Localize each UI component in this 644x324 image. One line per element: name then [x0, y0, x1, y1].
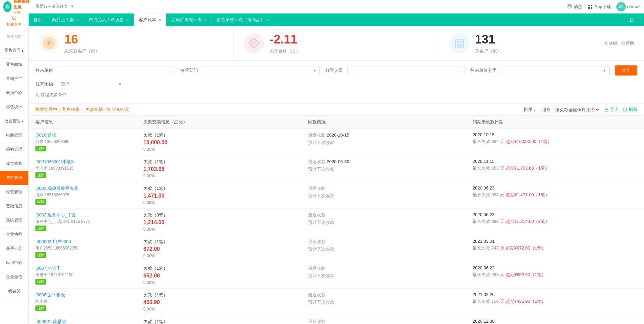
- customer-phone-0006: 陈小希: [35, 299, 143, 304]
- chevron-down-icon: ▲: [21, 49, 24, 52]
- tab-bar-actions: ⊡ ⛶: [627, 13, 644, 26]
- svg-point-7: [12, 17, 15, 20]
- query-button[interactable]: 查询: [615, 65, 637, 76]
- sidebar-item-finance[interactable]: 资金管理: [0, 171, 28, 185]
- overdue-info-0007: 2020.06.23 最长欠款 998 天 超期¥652.00（1笔）: [473, 265, 637, 278]
- tab-close-purchase-stats[interactable]: ✕: [204, 18, 207, 22]
- sidebar-item-vip[interactable]: 畅会员: [0, 284, 28, 298]
- user-avatar-area[interactable]: d2 demo2: [616, 2, 641, 11]
- tab-purchase-stats[interactable]: 采购订单统计表 ✕: [166, 13, 212, 26]
- results-info: 搜索结果中，客户16家， 欠款金额 -21,148.07元: [35, 107, 130, 113]
- svg-rect-4: [591, 5, 592, 6]
- app-download-btn[interactable]: App下载: [588, 4, 611, 10]
- customer-phone-0007: 小进千 18279152100: [35, 272, 143, 278]
- company-selector[interactable]: 母婴行业演示账套 ▼: [32, 4, 567, 9]
- tab-close-stock-stats[interactable]: ✕: [267, 18, 270, 22]
- stat-label-total-debt: 欠款合计（万）: [270, 48, 300, 54]
- col-header-customer: 客户信息: [35, 119, 143, 125]
- sidebar-item-purchase[interactable]: 采购管理: [0, 143, 28, 157]
- tab-stock-stats[interactable]: 进货单统计表（按商品） ✕: [212, 13, 275, 26]
- stat-info-debt-customers: 16 总欠款客户（家）: [64, 32, 100, 54]
- sort-select[interactable]: 排序：按欠款金额倒序排序: [541, 107, 600, 113]
- logo-icon: C: [4, 4, 10, 10]
- sidebar-item-basic-info[interactable]: 基础信息: [0, 199, 28, 213]
- tab-customer-account[interactable]: 客户账本 ✕: [134, 13, 166, 26]
- sidebar-item-sys-mgmt[interactable]: 系统管理: [0, 213, 28, 228]
- message-icon: [567, 4, 572, 9]
- recovery-info-0007: 最近收款 预计下次收款: [308, 265, 473, 279]
- sidebar-item-retail-mgmt[interactable]: 零售管理 ▲: [0, 43, 28, 58]
- tab-fullscreen-btn[interactable]: ⛶: [637, 17, 641, 23]
- help-link[interactable]: ? 帮助: [621, 40, 634, 46]
- recovery-info-000002: 最近收款 预计下次收款: [308, 239, 473, 252]
- customer-name-000001[interactable]: [000001]黄思源: [35, 319, 143, 324]
- tab-close-product-history[interactable]: ✕: [126, 18, 129, 22]
- stats-bar: ¥ 16 总欠款客户（家） -2.11 欠款合计（万）: [29, 26, 644, 60]
- recovery-info-0002: 最近收款 预计下次收款: [308, 212, 473, 226]
- customer-name-0002[interactable]: [0002]服务中心_丁磊: [35, 212, 143, 218]
- avatar: d2: [616, 2, 626, 11]
- tab-expand-btn[interactable]: ⊡: [630, 17, 634, 23]
- results-actions: 排序： 排序：按欠款金额倒序排序 导出 刷新: [524, 107, 637, 113]
- filter-dept-select[interactable]: ▼: [203, 66, 320, 75]
- customer-name-0006[interactable]: [0006]去下粮仓: [35, 292, 143, 298]
- svg-text:?: ?: [622, 42, 624, 45]
- sidebar-item-batch-mgmt[interactable]: 批发管理 ▼: [0, 114, 28, 128]
- debt-count-0016: 欠款（1笔）: [143, 132, 308, 138]
- filter-supplier-input[interactable]: ···: [58, 66, 175, 75]
- refresh-btn[interactable]: 刷新: [623, 107, 637, 113]
- tab-close-product-shelf[interactable]: ✕: [76, 18, 79, 22]
- overdue-amount-0016[interactable]: 超期¥10,000.00（1笔）: [506, 139, 552, 144]
- svg-text:¥: ¥: [47, 40, 51, 47]
- sidebar-item-enterprise[interactable]: 企业协同: [0, 228, 28, 242]
- filter-person: 分管人员 ···: [325, 66, 465, 75]
- filter-category: 往来单位分类 ▼: [470, 66, 610, 75]
- stat-value-total-customers: 131: [475, 32, 501, 47]
- sidebar-item-retail-stats[interactable]: 零售统计: [0, 100, 28, 114]
- sidebar-item-ecommerce[interactable]: 电商管理: [0, 128, 28, 143]
- tab-product-shelf[interactable]: 商品上下架 ✕: [47, 13, 84, 26]
- debt-amount-0016: 10,000.00: [143, 140, 308, 146]
- customer-name-0007[interactable]: [0007]小进千: [35, 265, 143, 271]
- customer-tag-0006: 现销: [35, 305, 46, 311]
- sidebar-item-app-center[interactable]: 应用中心: [0, 256, 28, 270]
- video-icon: [604, 41, 608, 45]
- tab-home[interactable]: 首页: [29, 13, 47, 26]
- svg-rect-6: [591, 7, 592, 9]
- customer-name-000002[interactable]: [000002]用户2050: [35, 239, 143, 245]
- sidebar-item-member[interactable]: 会员中心: [0, 86, 28, 100]
- sidebar-item-guide[interactable]: 新手引导: [0, 242, 28, 256]
- sidebar-item-warehouse[interactable]: 库存核算: [0, 157, 28, 171]
- customer-name-00010200001[interactable]: [0001020001]李老师: [35, 159, 143, 165]
- filter-person-input[interactable]: ···: [347, 66, 465, 75]
- customer-name-0003[interactable]: [0003]畅捷服务尹海燕: [35, 185, 143, 192]
- sidebar-item-wechat[interactable]: 企业微信: [0, 270, 28, 284]
- collapse-btn[interactable]: ⋀ 收起更多条件: [35, 90, 637, 99]
- stat-label-total-customers: 总客户（家）: [475, 48, 501, 54]
- svg-rect-18: [458, 46, 461, 47]
- filter-category-arrow: ▼: [602, 68, 607, 73]
- video-link[interactable]: 视频: [604, 40, 617, 46]
- sidebar-search[interactable]: 搜索菜单: [0, 13, 28, 30]
- table-row: [0006]去下粮仓 陈小希 现销 欠款（1笔） 455.90 0.00% 最近…: [29, 289, 644, 315]
- table-row: [000002]用户2050 用户2050 18665062050 现销 欠款（…: [29, 235, 644, 262]
- filter-balance-label: 往来余额: [35, 81, 56, 87]
- filter-person-dots: ···: [458, 68, 462, 73]
- stat-value-debt-customers: 16: [64, 32, 100, 47]
- filter-supplier: 往来单位 ···: [35, 66, 175, 75]
- export-btn[interactable]: 导出: [604, 107, 619, 113]
- tab-product-history[interactable]: 产成品入库单历史 ✕: [84, 13, 134, 26]
- table-row: [0007]小进千 小进千 18279152100 现销 欠款（1笔） 652.…: [29, 262, 644, 289]
- filter-category-select[interactable]: ▼: [499, 66, 610, 75]
- filter-balance-select[interactable]: 选择... ▼: [58, 79, 125, 89]
- filter-balance-placeholder: 选择...: [61, 81, 73, 87]
- filter-dept-label: 分管部门: [180, 67, 201, 73]
- message-btn[interactable]: 消息: [567, 4, 582, 10]
- tab-close-customer-account[interactable]: ✕: [158, 18, 161, 22]
- export-icon: [604, 107, 609, 112]
- sidebar-item-marketing[interactable]: 营销推广: [0, 72, 28, 86]
- customer-name-0016[interactable]: [0016]吕俊: [35, 132, 143, 138]
- sidebar-item-operations[interactable]: 经营管理: [0, 185, 28, 199]
- app-icon: [588, 4, 593, 9]
- sidebar-item-retail-mall[interactable]: 零售商城: [0, 58, 28, 72]
